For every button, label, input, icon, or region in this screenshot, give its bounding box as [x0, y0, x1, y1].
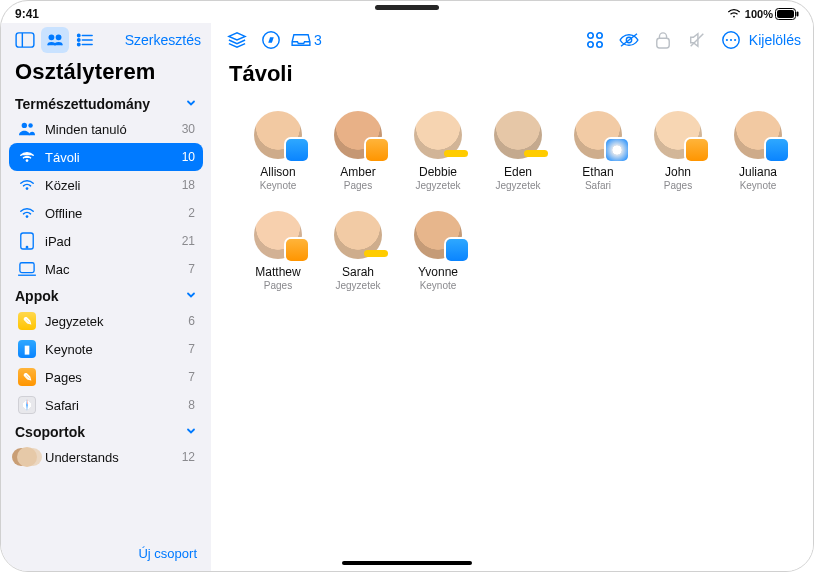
sidebar-item-minden-tanuló[interactable]: Minden tanuló 30	[9, 115, 203, 143]
student-app: Jegyzetek	[495, 180, 540, 191]
sidebar-item-label: Jegyzetek	[45, 314, 180, 329]
svg-point-31	[726, 39, 728, 41]
chevron-down-icon	[185, 423, 197, 441]
sidebar-item-label: Mac	[45, 262, 180, 277]
student-eden[interactable]: Eden Jegyzetek	[479, 111, 557, 191]
chevron-down-icon	[185, 95, 197, 113]
sidebar-item-understands[interactable]: Understands 12	[9, 443, 203, 471]
view-list-button[interactable]	[71, 27, 99, 53]
sidebar-item-safari[interactable]: Safari 8	[9, 391, 203, 419]
student-debbie[interactable]: Debbie Jegyzetek	[399, 111, 477, 191]
avatar	[334, 111, 382, 159]
student-name: Amber	[340, 165, 375, 179]
sidebar-item-távoli[interactable]: Távoli 10	[9, 143, 203, 171]
student-amber[interactable]: Amber Pages	[319, 111, 397, 191]
avatar	[254, 111, 302, 159]
edit-button[interactable]: Szerkesztés	[125, 32, 201, 48]
sidebar-item-ipad[interactable]: iPad 21	[9, 227, 203, 255]
sidebar-item-count: 6	[188, 314, 195, 328]
student-allison[interactable]: Allison Keynote	[239, 111, 317, 191]
sidebar-item-label: Pages	[45, 370, 180, 385]
student-name: John	[665, 165, 691, 179]
sidebar-item-label: Közeli	[45, 178, 174, 193]
mute-button[interactable]	[683, 28, 711, 52]
sidebar-item-count: 7	[188, 262, 195, 276]
svg-point-23	[597, 33, 602, 38]
select-button[interactable]: Kijelölés	[749, 32, 801, 48]
student-name: Ethan	[582, 165, 613, 179]
main-title: Távoli	[211, 57, 813, 95]
svg-rect-20	[20, 263, 34, 273]
student-app: Keynote	[260, 180, 297, 191]
sidebar-item-közeli[interactable]: Közeli 18	[9, 171, 203, 199]
chevron-down-icon	[185, 287, 197, 305]
view-grid-button[interactable]	[41, 27, 69, 53]
inbox-button[interactable]: 3	[291, 32, 322, 48]
inbox-icon	[291, 32, 311, 48]
section-header-apps[interactable]: Appok	[1, 283, 211, 307]
sidebar-item-jegyzetek[interactable]: ✎ Jegyzetek 6	[9, 307, 203, 335]
sidebar-toggle-button[interactable]	[11, 27, 39, 53]
student-app: Pages	[344, 180, 372, 191]
section-header-class[interactable]: Természettudomány	[1, 91, 211, 115]
student-name: Juliana	[739, 165, 777, 179]
new-group-button[interactable]: Új csoport	[1, 542, 211, 571]
svg-rect-3	[16, 33, 34, 47]
student-name: Yvonne	[418, 265, 458, 279]
svg-point-15	[26, 159, 29, 162]
hide-button[interactable]	[615, 28, 643, 52]
sidebar-item-offline[interactable]: Offline 2	[9, 199, 203, 227]
sidebar-item-label: Távoli	[45, 150, 174, 165]
sidebar-item-count: 7	[188, 342, 195, 356]
avatar	[414, 211, 462, 259]
sidebar-item-count: 10	[182, 150, 195, 164]
sidebar-item-pages[interactable]: ✎ Pages 7	[9, 363, 203, 391]
sidebar-item-count: 7	[188, 370, 195, 384]
signal-icon	[17, 203, 37, 223]
student-app: Pages	[664, 180, 692, 191]
avatar	[734, 111, 782, 159]
student-john[interactable]: John Pages	[639, 111, 717, 191]
student-juliana[interactable]: Juliana Keynote	[719, 111, 797, 191]
sidebar-item-label: Minden tanuló	[45, 122, 174, 137]
sidebar-item-label: Understands	[45, 450, 174, 465]
sidebar-item-label: iPad	[45, 234, 174, 249]
svg-point-8	[78, 39, 80, 41]
users-icon	[17, 119, 37, 139]
student-ethan[interactable]: Ethan Safari	[559, 111, 637, 191]
battery-icon	[775, 8, 799, 20]
avatar	[574, 111, 622, 159]
svg-point-6	[56, 35, 60, 39]
student-app: Jegyzetek	[335, 280, 380, 291]
sidebar-item-count: 8	[188, 398, 195, 412]
battery-percent: 100%	[745, 8, 773, 20]
app-pages-icon: ✎	[17, 367, 37, 387]
lock-button[interactable]	[649, 28, 677, 52]
ipad-icon	[17, 231, 37, 251]
svg-point-19	[26, 247, 27, 248]
student-yvonne[interactable]: Yvonne Keynote	[399, 211, 477, 291]
svg-point-22	[588, 33, 593, 38]
avatar	[254, 211, 302, 259]
student-sarah[interactable]: Sarah Jegyzetek	[319, 211, 397, 291]
navigate-button[interactable]	[223, 28, 251, 52]
svg-point-5	[49, 35, 53, 39]
student-matthew[interactable]: Matthew Pages	[239, 211, 317, 291]
section-header-groups[interactable]: Csoportok	[1, 419, 211, 443]
avatar	[654, 111, 702, 159]
svg-point-17	[26, 215, 29, 218]
svg-point-25	[597, 42, 602, 47]
svg-point-7	[78, 34, 80, 36]
avatar	[494, 111, 542, 159]
sidebar-item-count: 21	[182, 234, 195, 248]
more-button[interactable]	[717, 28, 745, 52]
svg-point-14	[28, 123, 32, 127]
sidebar-item-keynote[interactable]: ▮ Keynote 7	[9, 335, 203, 363]
student-name: Matthew	[255, 265, 300, 279]
svg-rect-1	[777, 10, 794, 18]
svg-line-27	[621, 34, 637, 46]
apps-button[interactable]	[581, 28, 609, 52]
compass-button[interactable]	[257, 28, 285, 52]
sidebar-item-mac[interactable]: Mac 7	[9, 255, 203, 283]
student-name: Eden	[504, 165, 532, 179]
